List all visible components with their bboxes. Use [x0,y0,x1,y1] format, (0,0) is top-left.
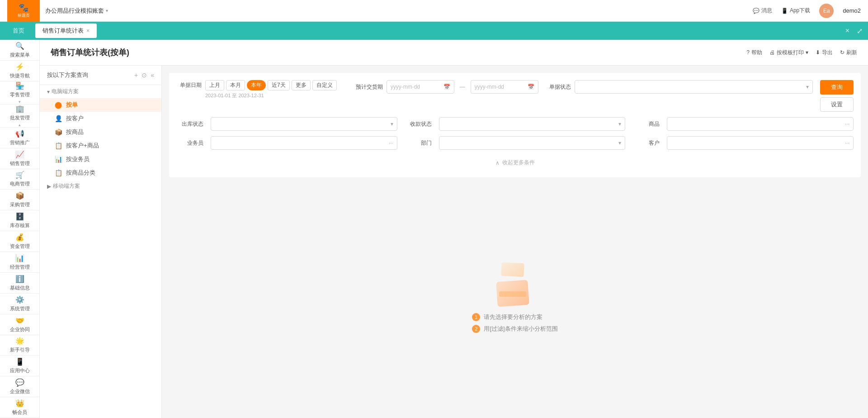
sidebar-item-member[interactable]: 👑 畅会员 [0,397,39,418]
sidebar-item-inventory[interactable]: 🗄️ 库存核算 [0,210,39,231]
add-scheme-button[interactable]: + [134,71,138,79]
sidebar-item-system[interactable]: ⚙️ 系统管理 [0,294,39,314]
collapse-label: 收起更多条件 [502,159,535,166]
sidebar-item-corpwechat[interactable]: 💬 企业微信 [0,376,39,397]
chevron-icon: ▾ [19,100,21,104]
logo: 🐾 标题页 [7,0,40,22]
refresh-button[interactable]: ↻ 刷新 [840,49,857,57]
tab-active[interactable]: 销售订单统计表 × [35,24,97,38]
appcenter-icon: 📱 [15,357,24,366]
close-window-icon[interactable]: × [844,25,851,37]
active-scheme-icon: ⬤ [54,101,62,109]
empty-illustration [492,261,538,306]
tab-label: 销售订单统计表 [42,27,84,35]
close-icon[interactable]: × [86,28,90,34]
edit-scheme-button[interactable]: ⊙ [142,71,147,79]
export-button[interactable]: ⬇ 导出 [816,49,833,57]
avatar[interactable]: Ea [819,4,834,18]
sidebar-item-label: 电商管理 [10,180,30,187]
sidebar-item-wholesale[interactable]: 🏢 批发管理 ▴ [0,104,39,128]
settings-button[interactable]: 设置 [820,97,854,112]
finance-icon: 💰 [15,233,24,242]
ship-status-select[interactable]: ▾ [211,117,397,131]
date-range-text: 2023-01-01 至 2023-12-31 [205,92,264,99]
sidebar-item-label: 系统管理 [10,305,30,312]
sidebar-item-retail[interactable]: 🏪 零售管理 ▾ [0,81,39,104]
sidebar: 🔍 搜索菜单 ⚡ 快捷导航 🏪 零售管理 ▾ 🏢 批发管理 ▴ 📢 营销推广 📈… [0,40,40,418]
expected-date-from[interactable]: yyyy-mm-dd 📅 [387,80,454,94]
status-select[interactable]: ▾ [575,80,813,94]
collapse-bar[interactable]: ∧ 收起更多条件 [176,155,854,170]
last-7-days-btn[interactable]: 近7天 [268,80,290,90]
app-download-action[interactable]: 📱 App下载 [781,7,810,14]
last-month-btn[interactable]: 上月 [205,80,224,90]
sidebar-item-search[interactable]: 🔍 搜索菜单 [0,40,39,61]
tree-item-按业务员[interactable]: 📊 按业务员 [40,152,161,166]
print-button[interactable]: 🖨 按模板打印 ▾ [769,49,808,57]
tab-home[interactable]: 首页 [4,22,33,40]
sidebar-item-purchase[interactable]: 📦 采购管理 [0,190,39,210]
tabbar: 首页 销售订单统计表 × × ⤢ [0,22,868,40]
page-header-actions: ? 帮助 🖨 按模板打印 ▾ ⬇ 导出 ↻ 刷新 [746,49,857,64]
sidebar-item-finance[interactable]: 💰 资金管理 [0,231,39,252]
sidebar-item-quicknav[interactable]: ⚡ 快捷导航 [0,61,39,81]
basic-icon: ℹ️ [15,275,24,283]
help-icon: ? [746,49,750,56]
dropdown-icon: ▾ [391,121,393,127]
sidebar-item-operations[interactable]: 📊 经营管理 [0,252,39,273]
date-from-placeholder: yyyy-mm-dd [391,84,420,90]
app-icon: 📱 [781,8,788,14]
tree-item-按客户[interactable]: 👤 按客户 [40,112,161,125]
pay-status-label: 收款状态 [405,120,432,128]
maximize-icon[interactable]: ⤢ [855,25,864,37]
sidebar-item-sales[interactable]: 📈 销售管理 [0,148,39,169]
empty-state: 1 请先选择要分析的方案 2 用[过滤]条件来缩小分析范围 [169,183,861,411]
dept-select[interactable]: ▾ [439,136,626,150]
sidebar-item-label: 零售管理 [10,91,30,98]
sidebar-item-ecommerce[interactable]: 🛒 电商管理 [0,169,39,190]
chevron-down-icon: ▾ [106,8,108,13]
this-month-btn[interactable]: 本月 [226,80,245,90]
dropdown-icon: ▾ [618,121,621,127]
salesman-scheme-icon: 📊 [54,156,62,163]
app-name: 办公用品行业模拟账套 [45,7,104,15]
tree-item-按客户商品[interactable]: 📋 按客户+商品 [40,139,161,152]
sidebar-item-label: 企业微信 [10,388,30,395]
product-input[interactable]: ··· [667,117,854,131]
sidebar-item-enterprise[interactable]: 🤝 企业协同 [0,314,39,335]
collapse-panel-button[interactable]: « [151,71,154,79]
customer-input[interactable]: ··· [667,136,854,150]
collapse-icon: ∧ [495,160,500,166]
product-label: 商品 [632,120,660,128]
sidebar-item-newbie[interactable]: 🌟 新手引导 [0,335,39,356]
expected-date-to[interactable]: yyyy-mm-dd 📅 [471,80,538,94]
tree-item-按商品[interactable]: 📦 按商品 [40,125,161,139]
sidebar-item-basic[interactable]: ℹ️ 基础信息 [0,273,39,294]
dropdown-icon: ▾ [806,84,809,90]
expected-date-label: 预计交货期 [351,83,383,91]
sidebar-item-marketing[interactable]: 📢 营销推广 [0,128,39,148]
sidebar-item-label: 新手引导 [10,347,30,353]
this-year-btn[interactable]: 本年 [247,80,266,90]
sidebar-item-appcenter[interactable]: 📱 应用中心 [0,356,39,376]
system-icon: ⚙️ [15,295,24,304]
pay-status-select[interactable]: ▾ [439,117,626,131]
more-btn[interactable]: 更多 [292,80,311,90]
tree-item-按单[interactable]: ⬤ 按单 [40,98,161,112]
app-selector[interactable]: 办公用品行业模拟账套 ▾ [45,7,108,15]
custom-btn[interactable]: 自定义 [312,80,337,90]
salesman-input[interactable]: ··· [211,136,397,150]
user-name[interactable]: demo2 [843,7,861,14]
dropdown-icon: ▾ [618,140,621,146]
print-icon: 🖨 [769,49,775,56]
message-action[interactable]: 💬 消息 [753,7,772,14]
export-icon: ⬇ [816,49,820,56]
ship-status-label: 出库状态 [176,120,203,128]
filter-row-2: 出库状态 ▾ 收款状态 ▾ 商品 ··· [176,117,854,131]
tree-item-按商品分类[interactable]: 📋 按商品分类 [40,166,161,180]
search-button[interactable]: 查询 [820,80,854,95]
product-scheme-icon: 📦 [54,128,62,136]
sidebar-item-label: 畅会员 [12,409,27,416]
help-button[interactable]: ? 帮助 [746,49,762,57]
ecommerce-icon: 🛒 [15,171,24,179]
